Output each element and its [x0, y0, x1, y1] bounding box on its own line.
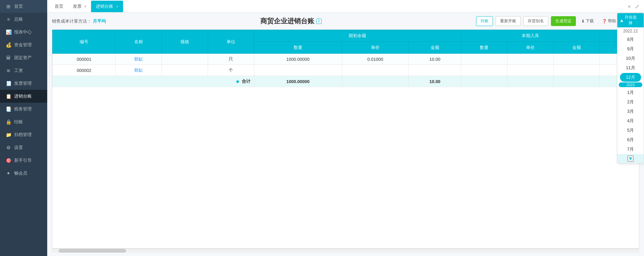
tab-invoice-close[interactable]: × — [84, 4, 86, 8]
sidebar-item-ledger[interactable]: ≡ 总账 — [0, 13, 47, 26]
cell-code-1: 000001 — [53, 54, 116, 65]
assets-icon: 🏛 — [5, 55, 11, 60]
sidebar-item-inventory[interactable]: 📋 进销台账 — [0, 90, 47, 103]
month-item-1[interactable]: 1月 — [617, 88, 644, 97]
cell-in-amount-2 — [553, 65, 599, 76]
sidebar-item-home[interactable]: ⊞ 首页 — [0, 0, 47, 13]
page-title: 商贸企业进销台账 i — [260, 17, 322, 26]
home-icon: ⊞ — [5, 4, 11, 9]
col-in-price: 单价 — [507, 42, 554, 54]
col-in-amount: 金额 — [553, 42, 599, 54]
salary-icon: ≋ — [5, 68, 11, 73]
month-item-6[interactable]: 6月 — [617, 135, 644, 145]
closing-icon: 🔒 — [5, 119, 11, 125]
total-opening-amount: 10.00 — [409, 76, 461, 87]
col-name: 名称 — [116, 30, 162, 54]
settings-icon: ⚙ — [5, 145, 11, 150]
cell-in-qty-1 — [461, 54, 507, 65]
month-item-10[interactable]: 10月 — [617, 54, 644, 63]
total-row: ◈ 合计 1000.00000 10.00 — [53, 76, 639, 87]
year-2023-badge: 2023 — [619, 82, 642, 87]
funds-icon: 💰 — [5, 42, 11, 48]
total-icon: ◈ — [236, 79, 239, 84]
total-in-price — [507, 76, 554, 87]
month-panel-footer: ▼ — [617, 154, 644, 163]
generate-voucher-button[interactable]: 生成凭证 — [551, 16, 576, 26]
reports-icon: 📊 — [5, 29, 11, 35]
cell-code-2: 000002 — [53, 65, 116, 76]
col-current-in: 本期入库 — [461, 30, 599, 42]
month-item-5[interactable]: 5月 — [617, 126, 644, 135]
window-controls: × ⤢ — [623, 0, 644, 13]
cell-in-amount-1 — [553, 54, 599, 65]
col-opening-amount: 金额 — [409, 42, 461, 54]
cell-unit-2: 个 — [208, 65, 254, 76]
maximize-button[interactable]: ⤢ — [634, 3, 641, 10]
archive-icon: 📁 — [5, 132, 11, 137]
month-item-4[interactable]: 4月 — [617, 116, 644, 126]
col-opening-qty: 数量 — [254, 42, 342, 54]
cell-opening-price-2 — [342, 65, 409, 76]
name-link-2[interactable]: 前缸 — [134, 68, 143, 73]
tab-bar: 首页 发票 × 进销台账 × — [47, 0, 644, 13]
reconcile-button[interactable]: 对账 — [476, 16, 493, 26]
sidebar-item-funds[interactable]: 💰 资金管理 — [0, 39, 47, 51]
sidebar-item-guide[interactable]: 🎯 新手引导 — [0, 154, 47, 167]
col-in-qty: 数量 — [461, 42, 507, 54]
month-item-7[interactable]: 7月 — [617, 145, 644, 154]
download-icon: ⬇ — [581, 19, 585, 24]
title-info-icon[interactable]: i — [316, 19, 322, 24]
month-item-11[interactable]: 11月 — [617, 63, 644, 73]
cell-unit-1: 只 — [208, 54, 254, 65]
save-alias-button[interactable]: 存货别名 — [523, 16, 548, 26]
cost-method: 销售成本计算方法： 月平均 — [52, 18, 106, 24]
cell-spec-2 — [162, 65, 208, 76]
month-item-12[interactable]: 12月 — [620, 73, 641, 82]
download-button[interactable]: ⬇ 下载 — [579, 17, 596, 26]
help-icon: ❓ — [602, 19, 607, 24]
sidebar-item-invoice-mgmt[interactable]: 🧾 发票管理 — [0, 77, 47, 90]
month-item-2[interactable]: 2月 — [617, 97, 644, 107]
sidebar-item-settings[interactable]: ⚙ 设置 — [0, 141, 47, 154]
month-panel-up[interactable]: ▲ — [619, 18, 624, 23]
table-header-row: 编号 名称 规格 单位 期初余额 本期入库 数 — [53, 30, 639, 42]
invoice-mgmt-icon: 🧾 — [5, 81, 11, 86]
tax-icon: 📑 — [5, 106, 11, 112]
scrollbar-thumb[interactable] — [59, 249, 126, 253]
col-code: 编号 — [53, 30, 116, 54]
month-panel: ▲ 月份选择 2022.12 8月 9月 10月 11月 12月 2023 1月… — [617, 13, 644, 163]
help-button[interactable]: ❓ 帮助 — [599, 17, 619, 26]
content-area: 销售成本计算方法： 月平均 商贸企业进销台账 i 对账 重新开账 存货别名 生成… — [47, 13, 644, 256]
reopen-button[interactable]: 重新开账 — [496, 16, 521, 26]
month-item-8[interactable]: 8月 — [617, 35, 644, 44]
tab-home[interactable]: 首页 — [50, 1, 68, 12]
tab-invoice[interactable]: 发票 × — [68, 1, 91, 12]
sidebar: ⊞ 首页 ≡ 总账 📊 报表中心 💰 资金管理 🏛 固定资产 ≋ 工资 🧾 发票… — [0, 0, 47, 256]
horizontal-scrollbar[interactable] — [52, 249, 639, 253]
sidebar-item-reports[interactable]: 📊 报表中心 — [0, 26, 47, 39]
cell-name-1: 前缸 — [116, 54, 162, 65]
col-unit: 单位 — [208, 30, 254, 54]
sidebar-item-closing[interactable]: 🔒 结账 — [0, 116, 47, 128]
month-item-3[interactable]: 3月 — [617, 107, 644, 116]
sidebar-item-vip[interactable]: ✦ 畅会员 — [0, 167, 47, 180]
total-label: ◈ 合计 — [53, 76, 254, 87]
cell-opening-amount-2 — [409, 65, 461, 76]
total-opening-qty: 1000.00000 — [254, 76, 342, 87]
sidebar-item-tax[interactable]: 📑 税务管理 — [0, 103, 47, 116]
tab-inventory[interactable]: 进销台账 × — [91, 1, 123, 12]
cell-in-qty-2 — [461, 65, 507, 76]
ledger-icon: ≡ — [5, 17, 11, 22]
month-panel-header: ▲ 月份选择 — [617, 13, 644, 27]
tab-inventory-close[interactable]: × — [116, 4, 118, 8]
cell-opening-qty-2 — [254, 65, 342, 76]
name-link-1[interactable]: 前缸 — [134, 56, 143, 61]
month-panel-down[interactable]: ▼ — [627, 155, 633, 162]
year-2022-label: 2022.12 — [617, 27, 644, 35]
sidebar-item-assets[interactable]: 🏛 固定资产 — [0, 51, 47, 64]
top-bar: 销售成本计算方法： 月平均 商贸企业进销台账 i 对账 重新开账 存货别名 生成… — [52, 16, 639, 26]
sidebar-item-salary[interactable]: ≋ 工资 — [0, 64, 47, 77]
close-button[interactable]: × — [626, 3, 632, 10]
month-item-9[interactable]: 9月 — [617, 44, 644, 54]
sidebar-item-archive[interactable]: 📁 归档管理 — [0, 128, 47, 141]
